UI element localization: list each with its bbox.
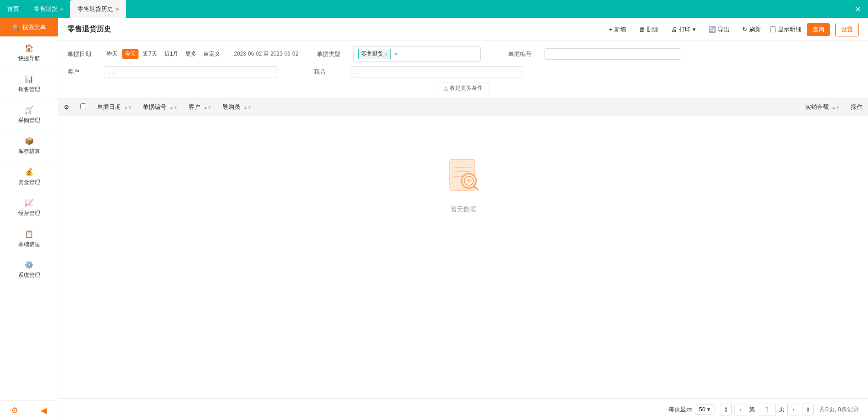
doc-num-label: 单据编号: [508, 50, 540, 58]
refresh-button[interactable]: ↻ 刷新: [739, 24, 765, 36]
page-header: 零售退货历史 + 新增 🗑 删除 🖨 打印 ▾ 🔄 导出: [58, 18, 868, 41]
date-opt-more[interactable]: 更多: [183, 49, 199, 59]
goods-label: 商品: [313, 68, 345, 76]
sidebar-search[interactable]: 🔍 搜索菜单: [0, 18, 58, 36]
tab-retail-return-history[interactable]: 零售退货历史 ×: [70, 0, 126, 18]
page-size-value: 50: [699, 406, 705, 413]
settings-button[interactable]: 设置: [835, 23, 859, 36]
th-customer-label: 客户: [189, 103, 200, 110]
last-page-button[interactable]: ⟫: [802, 404, 814, 415]
collapse-label: 收起更多条件: [450, 84, 483, 92]
sidebar-item-system-label: 系统管理: [18, 271, 40, 279]
th-checkbox[interactable]: [75, 98, 92, 116]
tab-home-label: 首页: [7, 5, 19, 13]
delete-icon: 🗑: [639, 26, 645, 33]
tab-home[interactable]: 首页: [0, 0, 26, 18]
sidebar-item-inventory-label: 库存核算: [18, 148, 40, 155]
base-icon: 📋: [24, 229, 34, 239]
pagination-bar: 每页显示 50 ▾ ⟪ ‹ 第 页 › ⟫ 共0页, 0条记录: [58, 398, 868, 420]
th-date-sort[interactable]: ▲▼: [124, 106, 132, 110]
date-opt-7days[interactable]: 近7天: [140, 49, 160, 59]
empty-illustration: [441, 153, 486, 198]
display-detail-label: 显示明细: [778, 26, 801, 34]
sidebar-item-sales[interactable]: 📊 销售管理: [0, 67, 58, 98]
page-size-box[interactable]: 50 ▾: [695, 404, 714, 415]
sidebar-item-home[interactable]: 🏠 快捷导航: [0, 36, 58, 67]
goods-input[interactable]: ...: [350, 66, 523, 77]
first-page-button[interactable]: ⟪: [720, 404, 732, 415]
doc-type-select[interactable]: 零售退货 × ▾: [353, 46, 481, 61]
doc-type-tag-remove[interactable]: ×: [385, 51, 388, 57]
table-area: ⚙ 单据日期 ▲▼ 单据编号 ▲▼: [58, 98, 868, 398]
search-icon: 🔍: [12, 24, 20, 31]
filter-row-1: 单据日期 昨天 今天 近7天 近1月 更多 自定义 2023-06-02 至 2…: [67, 46, 859, 61]
empty-state: 暂无数据: [58, 116, 868, 250]
add-icon: +: [609, 26, 612, 33]
inventory-icon: 📦: [24, 136, 34, 146]
total-info: 共0页, 0条记录: [819, 405, 859, 414]
filter-row-2: 客户 ... 商品 ...: [67, 66, 859, 77]
add-button[interactable]: + 新增: [605, 24, 630, 36]
page-text-2: 页: [779, 405, 785, 414]
doc-type-tag: 零售退货 ×: [358, 49, 391, 59]
tab-retail-return-close[interactable]: ×: [60, 6, 63, 12]
tab-retail-return-history-close[interactable]: ×: [116, 6, 118, 12]
print-button[interactable]: 🖨 打印 ▾: [668, 24, 699, 36]
sidebar-item-business[interactable]: 📈 经营管理: [0, 191, 58, 222]
th-amount-sort[interactable]: ▲▼: [832, 106, 840, 110]
sidebar-item-system[interactable]: ⚙️ 系统管理: [0, 253, 58, 284]
page-number-input[interactable]: [758, 404, 776, 415]
goods-placeholder: ...: [355, 68, 363, 75]
sidebar-item-home-label: 快捷导航: [18, 55, 40, 62]
collapse-button[interactable]: △ 收起更多条件: [438, 82, 488, 94]
empty-row: 暂无数据: [58, 116, 868, 251]
query-button[interactable]: 查询: [807, 23, 830, 36]
doc-type-filter-group: 单据类型 零售退货 × ▾: [317, 46, 481, 61]
query-label: 查询: [812, 26, 824, 34]
display-detail-checkbox[interactable]: [770, 26, 776, 32]
tab-retail-return-label: 零售退货: [34, 5, 57, 13]
date-opt-today[interactable]: 今天: [122, 49, 139, 59]
th-guide: 导购员 ▲▼: [217, 98, 257, 116]
date-label: 单据日期: [67, 50, 99, 58]
doc-type-label: 单据类型: [317, 50, 349, 58]
settings-label: 设置: [841, 26, 853, 34]
tab-retail-return-history-label: 零售退货历史: [77, 5, 113, 13]
sidebar-item-purchase-label: 采购管理: [18, 117, 40, 124]
refresh-icon: ↻: [742, 26, 747, 33]
next-page-button[interactable]: ›: [787, 404, 799, 415]
th-guide-sort[interactable]: ▲▼: [243, 106, 252, 110]
th-settings[interactable]: ⚙: [58, 98, 75, 116]
th-customer-sort[interactable]: ▲▼: [204, 106, 212, 110]
sales-icon: 📊: [24, 74, 34, 84]
settings-bottom-icon[interactable]: ⚙: [11, 405, 18, 415]
sidebar-search-label: 搜索菜单: [22, 23, 46, 31]
column-settings-icon[interactable]: ⚙: [64, 104, 69, 111]
add-label: 新增: [614, 26, 626, 34]
page-title: 零售退货历史: [67, 25, 605, 34]
select-all-checkbox[interactable]: [80, 103, 86, 109]
prev-page-button[interactable]: ‹: [734, 404, 746, 415]
sidebar-item-purchase[interactable]: 🛒 采购管理: [0, 98, 58, 129]
collapse-sidebar-icon[interactable]: ◀: [41, 405, 47, 415]
table-body: 暂无数据: [58, 116, 868, 251]
tab-retail-return[interactable]: 零售退货 ×: [26, 0, 70, 18]
export-button[interactable]: 🔄 导出: [705, 24, 733, 36]
collapse-icon: △: [444, 85, 448, 92]
date-opt-custom[interactable]: 自定义: [201, 49, 223, 59]
th-action-label: 操作: [851, 103, 863, 110]
customer-placeholder: ...: [109, 68, 117, 75]
customer-input[interactable]: ...: [104, 66, 277, 77]
date-opt-yesterday[interactable]: 昨天: [104, 49, 120, 59]
system-icon: ⚙️: [24, 260, 34, 270]
date-options: 昨天 今天 近7天 近1月 更多 自定义: [104, 49, 223, 59]
window-close-button[interactable]: ×: [855, 4, 868, 15]
doc-num-input[interactable]: [544, 48, 681, 60]
th-date: 单据日期 ▲▼: [92, 98, 137, 116]
date-opt-1month[interactable]: 近1月: [162, 49, 181, 59]
delete-button[interactable]: 🗑 删除: [635, 24, 662, 36]
sidebar-item-inventory[interactable]: 📦 库存核算: [0, 129, 58, 160]
th-doc-num-sort[interactable]: ▲▼: [169, 106, 178, 110]
sidebar-item-finance[interactable]: 💰 资金管理: [0, 160, 58, 191]
sidebar-item-base[interactable]: 📋 基础信息: [0, 222, 58, 253]
